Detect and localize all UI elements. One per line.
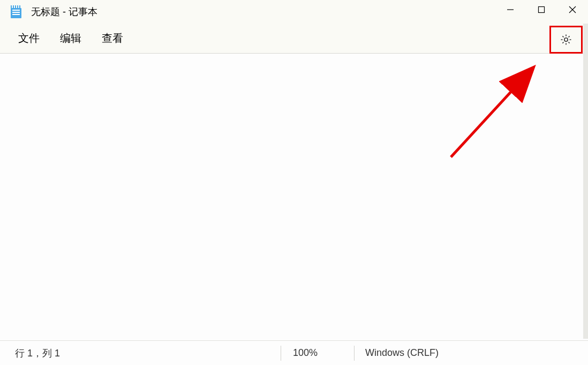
status-cursor-position: 行 1，列 1 xyxy=(0,341,281,365)
menu-view[interactable]: 查看 xyxy=(92,28,133,49)
svg-point-4 xyxy=(564,38,568,41)
titlebar-left: 无标题 - 记事本 xyxy=(0,5,97,18)
close-button[interactable] xyxy=(557,0,588,19)
menu-file[interactable]: 文件 xyxy=(9,28,49,49)
notepad-icon xyxy=(11,5,21,18)
status-line-ending: Windows (CRLF) xyxy=(355,341,588,365)
window-title: 无标题 - 记事本 xyxy=(31,5,97,18)
statusbar: 行 1，列 1 100% Windows (CRLF) xyxy=(0,340,588,365)
minimize-button[interactable] xyxy=(495,0,526,19)
maximize-button[interactable] xyxy=(526,0,557,19)
svg-rect-1 xyxy=(539,7,545,13)
window-controls xyxy=(495,0,588,24)
titlebar: 无标题 - 记事本 xyxy=(0,0,588,24)
text-editor[interactable] xyxy=(0,54,588,340)
status-zoom: 100% xyxy=(281,341,354,365)
menu-edit[interactable]: 编辑 xyxy=(50,28,91,49)
editor-area xyxy=(0,54,588,340)
settings-button[interactable] xyxy=(549,26,583,54)
vertical-scrollbar[interactable] xyxy=(583,24,588,339)
menubar: 文件 编辑 查看 xyxy=(0,24,588,54)
gear-icon xyxy=(560,33,572,46)
